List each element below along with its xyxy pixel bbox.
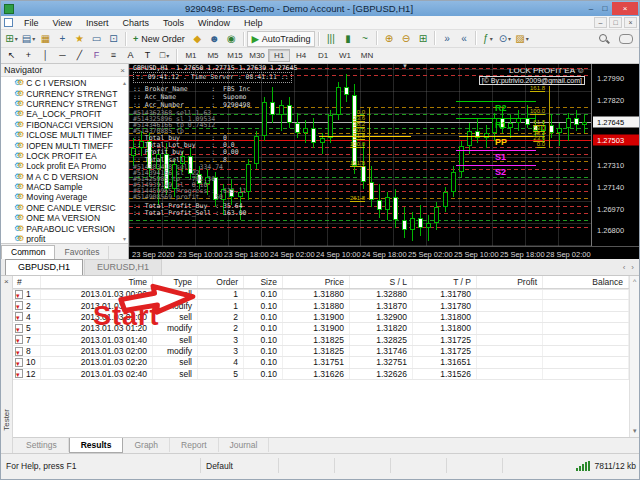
navigator-item[interactable]: ⚙⚙ONE MA VERSION [1, 213, 128, 223]
tester-tab-settings[interactable]: Settings [15, 438, 69, 452]
navigator-item[interactable]: ⚙⚙Lock profit EA Promo [1, 161, 128, 171]
table-row[interactable]: 72013.01.03 01:40sell30.101.318251.32825… [13, 335, 629, 346]
bar-chart-mode-icon[interactable]: ||| [322, 31, 339, 47]
navigator-item[interactable]: ⚙⚙IOPEN MULTI TIMEFF [1, 140, 128, 150]
menu-file[interactable]: File [17, 18, 46, 28]
dropdown-icon[interactable]: ▾ [15, 35, 18, 42]
table-row[interactable]: 102013.01.03 02:20sell40.101.317511.3275… [13, 357, 629, 368]
navigator-close-icon[interactable]: × [120, 66, 125, 75]
tile-windows-icon[interactable]: ⊞ [414, 31, 431, 47]
navigator-item[interactable]: ⚙⚙ONE CANDLE VERSIC [1, 203, 128, 213]
status-profile[interactable]: Default [201, 458, 279, 473]
templates-list-icon[interactable]: ▨▾ [513, 31, 530, 47]
navigator-item[interactable]: ⚙⚙CURRENCY STRENGT [1, 99, 128, 109]
table-row[interactable]: 82013.01.03 02:00modify30.101.318251.317… [13, 346, 629, 357]
column-header-balance[interactable]: Balance [543, 276, 629, 288]
navigator-item[interactable]: ⚙⚙EA_LOCK_PROFIT [1, 109, 128, 119]
column-header-tp[interactable]: T / P [413, 276, 477, 288]
new-chart-icon[interactable]: ⊞▾ [3, 31, 20, 47]
timeframe-m5[interactable]: M5 [202, 49, 224, 62]
search-icon[interactable] [597, 32, 611, 46]
channel-tool-icon[interactable]: ≡ [105, 49, 122, 63]
autotrading-button[interactable]: ▶ AutoTrading [247, 31, 316, 47]
navigator-item[interactable]: ⚙⚙MACD Sample [1, 182, 128, 192]
child-close-icon[interactable]: × [624, 17, 637, 28]
navigator-item[interactable]: ⚙⚙M A C D VERSION [1, 172, 128, 182]
menu-window[interactable]: Window [191, 18, 237, 28]
minimize-icon[interactable]: – [584, 2, 598, 15]
scroll-down-icon[interactable]: ▾ [123, 235, 126, 242]
scroll-down-icon[interactable]: ▾ [633, 427, 637, 435]
indicators-list-icon[interactable]: ƒ▾ [479, 31, 496, 47]
profiles-icon[interactable]: ▤▾ [20, 31, 37, 47]
navigator-toggle-icon[interactable]: ★ [71, 31, 88, 47]
data-window-icon[interactable]: + [54, 31, 71, 47]
menu-charts[interactable]: Charts [115, 18, 156, 28]
navigator-item[interactable]: ⚙⚙profit [1, 234, 128, 243]
cursor-tool-icon[interactable]: ↖ [3, 49, 20, 63]
timeframe-mn[interactable]: MN [356, 49, 378, 62]
tester-tab-journal[interactable]: Journal [219, 438, 270, 452]
tab-scroll-right-icon[interactable]: › [628, 263, 637, 272]
crosshair-tool-icon[interactable]: + [20, 49, 37, 63]
chart-tab-gbpusd-h1[interactable]: GBPUSD,H1 [5, 259, 83, 275]
menu-insert[interactable]: Insert [79, 18, 116, 28]
shapes-tool-icon[interactable]: □▾ [156, 49, 173, 63]
auto-scroll-icon[interactable]: » [438, 31, 455, 47]
table-row[interactable]: 122013.01.03 02:40sell50.101.316261.3262… [13, 369, 629, 380]
dropdown-icon[interactable]: ▾ [526, 35, 529, 42]
scroll-up-icon[interactable]: ^ [633, 278, 636, 285]
zoom-out-icon[interactable]: ⊖ [397, 31, 414, 47]
trendline-tool-icon[interactable]: ╱ [71, 49, 88, 63]
terminal-panel-icon[interactable]: ▭ [88, 31, 105, 47]
tester-tab-graph[interactable]: Graph [123, 438, 170, 452]
timeframe-m30[interactable]: M30 [246, 49, 268, 62]
child-minimize-icon[interactable]: – [594, 17, 607, 28]
timeframe-m15[interactable]: M15 [224, 49, 246, 62]
chart-child-icon[interactable] [4, 18, 13, 27]
column-header-order[interactable]: Order [198, 276, 244, 288]
title-bar[interactable]: 9290498: FBS-Demo - Demo Account - [GBPU… [1, 1, 639, 16]
table-scrollbar[interactable]: ^ ▾ [629, 276, 640, 437]
navigator-item[interactable]: ⚙⚙FIBONACCI VERSION [1, 120, 128, 130]
timeframe-w1[interactable]: W1 [334, 49, 356, 62]
chat-icon[interactable] [619, 34, 633, 44]
hline-tool-icon[interactable]: ─ [54, 49, 71, 63]
close-icon[interactable]: × [612, 2, 638, 15]
restore-icon[interactable]: □ [598, 2, 612, 15]
navigator-tab-favorites[interactable]: Favorites [55, 246, 109, 259]
column-header-price[interactable]: Price [283, 276, 350, 288]
line-chart-mode-icon[interactable]: ~ [356, 31, 373, 47]
navigator-item[interactable]: ⚙⚙C C I VERSION [1, 78, 128, 88]
community-icon[interactable]: ☻ [206, 31, 223, 47]
new-order-button[interactable]: + New Order [129, 31, 189, 47]
column-header-[interactable]: # [13, 276, 41, 288]
metaeditor-icon[interactable]: ◆ [189, 31, 206, 47]
timeframe-h1[interactable]: H1 [268, 49, 290, 62]
dropdown-icon[interactable]: ▾ [508, 35, 511, 42]
vline-tool-icon[interactable]: │ [37, 49, 54, 63]
child-restore-icon[interactable]: □ [609, 17, 622, 28]
periods-list-icon[interactable]: ⊙▾ [496, 31, 513, 47]
scroll-up-icon[interactable]: ▴ [123, 79, 126, 86]
market-watch-icon[interactable]: ▦ [37, 31, 54, 47]
dropdown-icon[interactable]: ▾ [490, 35, 493, 42]
tester-close-icon[interactable]: × [4, 277, 9, 286]
dropdown-icon[interactable]: ▾ [32, 35, 35, 42]
column-header-sl[interactable]: S / L [350, 276, 413, 288]
dropdown-icon[interactable]: ▾ [166, 52, 169, 59]
navigator-item[interactable]: ⚙⚙PARABOLIC VERSION [1, 223, 128, 233]
navigator-item[interactable]: ⚙⚙CURRENCY STRENGT [1, 88, 128, 98]
table-row[interactable]: 12013.01.03 00:00sell10.101.318801.32880… [13, 289, 629, 300]
navigator-item[interactable]: ⚙⚙LOCK PROFIT EA [1, 151, 128, 161]
column-header-size[interactable]: Size [244, 276, 283, 288]
zoom-in-icon[interactable]: ⊕ [380, 31, 397, 47]
navigator-item[interactable]: ⚙⚙Moving Average [1, 192, 128, 202]
table-row[interactable]: 132013.01.03 03:00sell60.151.316761.3267… [13, 289, 629, 290]
menu-view[interactable]: View [46, 18, 79, 28]
chart-canvas[interactable]: LOCK PROFIT EA ☺ [© By:putrivio.2009@gma… [129, 64, 591, 246]
mql-globe-icon[interactable]: ◉ [223, 31, 240, 47]
fibo-tool-icon[interactable]: F [88, 49, 105, 63]
navigator-header[interactable]: Navigator × [1, 64, 128, 77]
chart-tab-eurusd-h1[interactable]: EURUSD,H1 [84, 259, 162, 275]
